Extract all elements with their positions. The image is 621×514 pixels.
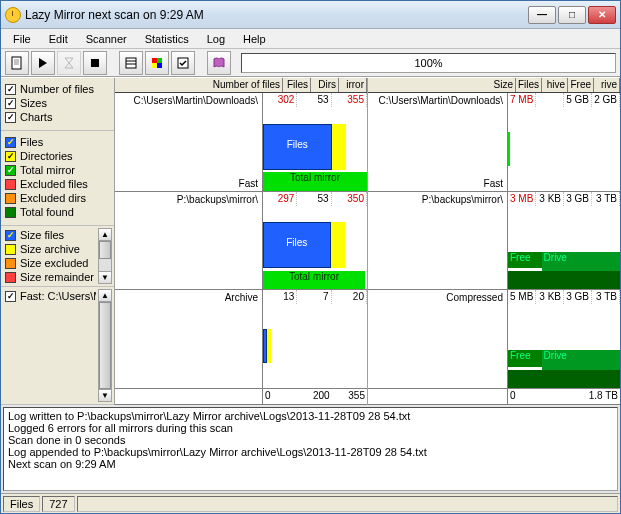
row-chart: 297 53 350 Files Total mirror	[263, 192, 367, 290]
row-sub: Fast	[119, 178, 258, 189]
menu-statistics[interactable]: Statistics	[137, 31, 197, 47]
maximize-button[interactable]: □	[558, 6, 586, 24]
menu-file[interactable]: File	[5, 31, 39, 47]
header-archive[interactable]: hive	[542, 78, 568, 92]
row-path: C:\Users\Martin\Downloads\	[372, 95, 503, 106]
hourglass-icon	[62, 56, 76, 70]
row-path: C:\Users\Martin\Downloads\	[119, 95, 258, 106]
log-line: Next scan on 9:29 AM	[8, 458, 613, 470]
check-button[interactable]	[171, 51, 195, 75]
header-dirs[interactable]: Dirs	[311, 78, 339, 92]
client-area: Number of files Sizes Charts Files Direc…	[1, 77, 620, 405]
progress-text: 100%	[414, 57, 442, 69]
header-main[interactable]: Size	[368, 78, 516, 92]
header-files[interactable]: Files	[516, 78, 542, 92]
svg-rect-5	[91, 59, 99, 67]
menu-help[interactable]: Help	[235, 31, 274, 47]
checkbox-charts[interactable]: Charts	[5, 110, 110, 124]
list-icon	[124, 56, 138, 70]
checkbox-excluded-dirs[interactable]: Excluded dirs	[5, 191, 110, 205]
svg-rect-0	[12, 57, 21, 69]
checkbox-total-mirror[interactable]: Total mirror	[5, 163, 110, 177]
help-button[interactable]	[207, 51, 231, 75]
log-line: Logged 6 errors for all mirrors during t…	[8, 422, 613, 434]
checkbox-size-excluded[interactable]: Size excluded	[5, 256, 96, 270]
window-title: Lazy Mirror next scan on 9:29 AM	[25, 8, 528, 22]
checkbox-size-remainder[interactable]: Size remainder	[5, 270, 96, 284]
check-grid-icon	[176, 56, 190, 70]
checkbox-fast-mirror[interactable]: Fast: C:\Users\Ma	[5, 289, 96, 303]
checkbox-files[interactable]: Files	[5, 135, 110, 149]
sidebar: Number of files Sizes Charts Files Direc…	[1, 78, 115, 405]
header-free[interactable]: Free	[568, 78, 594, 92]
chart-row: Compressed 5 MB 3 KB 3 GB 3 TB Free Driv…	[368, 290, 620, 389]
row-path: P:\backups\mirror\	[372, 194, 503, 205]
row-chart: 7 MB 5 GB 2 GB	[508, 93, 620, 191]
scroll-up-icon[interactable]: ▲	[99, 290, 111, 302]
sidebar-scrollbar-2[interactable]: ▲ ▼	[98, 289, 112, 402]
svg-rect-6	[126, 58, 136, 68]
column-header: Size Files hive Free rive	[368, 78, 620, 93]
view-chart-button[interactable]	[145, 51, 169, 75]
play-button[interactable]	[31, 51, 55, 75]
sidebar-group-series: Files Directories Total mirror Excluded …	[1, 131, 114, 226]
checkbox-directories[interactable]: Directories	[5, 149, 110, 163]
sidebar-group-mirrors: Fast: C:\Users\Ma ▲ ▼	[1, 287, 114, 405]
row-chart: 302 53 355 Files Total mirror	[263, 93, 367, 191]
stop-button[interactable]	[83, 51, 107, 75]
row-chart: 13 7 20	[263, 290, 367, 388]
checkbox-total-found[interactable]: Total found	[5, 205, 110, 219]
scroll-up-icon[interactable]: ▲	[99, 229, 111, 241]
charts-area: Number of files Files Dirs irror C:\User…	[115, 78, 620, 405]
app-icon	[5, 7, 21, 23]
axis-row: 0 200 355	[115, 389, 367, 405]
svg-rect-10	[157, 58, 162, 63]
progress-bar: 100%	[241, 53, 616, 73]
page-icon	[10, 56, 24, 70]
hourglass-button	[57, 51, 81, 75]
log-area[interactable]: Log written to P:\backups\mirror\Lazy Mi…	[3, 407, 618, 491]
row-path: Compressed	[372, 292, 503, 303]
svg-rect-9	[152, 58, 157, 63]
row-sub: Fast	[372, 178, 503, 189]
header-drive[interactable]: rive	[594, 78, 620, 92]
svg-rect-12	[157, 63, 162, 68]
checkbox-size-archive[interactable]: Size archive	[5, 242, 96, 256]
menu-log[interactable]: Log	[199, 31, 233, 47]
titlebar[interactable]: Lazy Mirror next scan on 9:29 AM — □ ✕	[1, 1, 620, 29]
checkbox-number-of-files[interactable]: Number of files	[5, 82, 110, 96]
axis-row: 0 1.8 TB	[368, 389, 620, 405]
log-line: Log written to P:\backups\mirror\Lazy Mi…	[8, 410, 613, 422]
chart-column-number-of-files: Number of files Files Dirs irror C:\User…	[115, 78, 368, 405]
row-chart: 5 MB 3 KB 3 GB 3 TB Free Drive	[508, 290, 620, 388]
book-icon	[212, 56, 226, 70]
scroll-down-icon[interactable]: ▼	[99, 271, 111, 283]
new-button[interactable]	[5, 51, 29, 75]
status-value: 727	[42, 496, 74, 512]
menu-edit[interactable]: Edit	[41, 31, 76, 47]
header-main[interactable]: Number of files	[115, 78, 283, 92]
chart-row: C:\Users\Martin\Downloads\ Fast 302 53 3…	[115, 93, 367, 192]
checkbox-size-files[interactable]: Size files	[5, 228, 96, 242]
scroll-down-icon[interactable]: ▼	[99, 389, 111, 401]
chart-row: P:\backups\mirror\ 297 53 350 Files Tot	[115, 192, 367, 291]
log-line: Scan done in 0 seconds	[8, 434, 613, 446]
svg-marker-4	[39, 58, 47, 68]
checkbox-sizes[interactable]: Sizes	[5, 96, 110, 110]
sidebar-scrollbar-1[interactable]: ▲ ▼	[98, 228, 112, 284]
chart-row: C:\Users\Martin\Downloads\ Fast 7 MB 5 G…	[368, 93, 620, 192]
header-files[interactable]: Files	[283, 78, 311, 92]
stop-icon	[88, 56, 102, 70]
view-list-button[interactable]	[119, 51, 143, 75]
status-label: Files	[3, 496, 40, 512]
play-icon	[36, 56, 50, 70]
sidebar-group-views: Number of files Sizes Charts	[1, 78, 114, 131]
menu-scanner[interactable]: Scanner	[78, 31, 135, 47]
minimize-button[interactable]: —	[528, 6, 556, 24]
row-path: P:\backups\mirror\	[119, 194, 258, 205]
column-header: Number of files Files Dirs irror	[115, 78, 367, 93]
svg-rect-11	[152, 63, 157, 68]
header-mirror[interactable]: irror	[339, 78, 367, 92]
close-button[interactable]: ✕	[588, 6, 616, 24]
checkbox-excluded-files[interactable]: Excluded files	[5, 177, 110, 191]
